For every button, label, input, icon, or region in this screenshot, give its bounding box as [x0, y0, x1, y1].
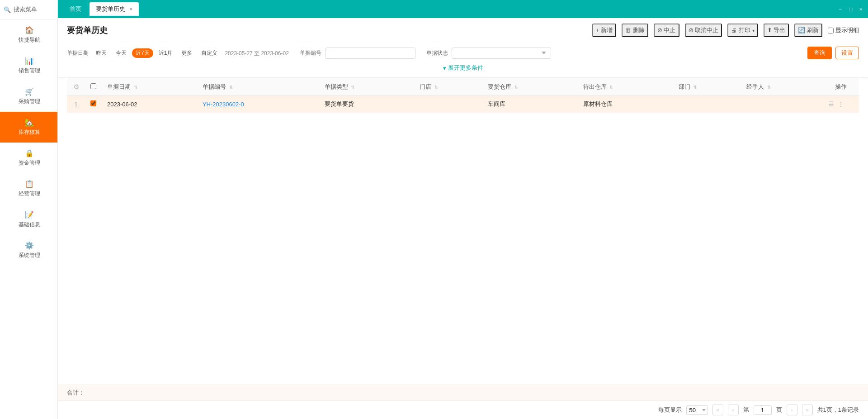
window-close-button[interactable]: × [859, 6, 863, 13]
filter-row-1: 单据日期 昨天 今天 近7天 近1月 更多 自定义 2023-05-27 至 2… [67, 47, 859, 59]
sidebar-item-finance[interactable]: 🔒 资金管理 [0, 143, 57, 173]
cancel-suspend-button[interactable]: ⊘ 取消中止 [685, 24, 722, 37]
new-button[interactable]: + 新增 [592, 24, 616, 37]
pagination: 每页显示 50 10 20 100 « ‹ 第 页 › » 共1页，1条记录 [58, 400, 868, 419]
sidebar-item-label: 系统管理 [19, 252, 40, 259]
topbar-right-actions: － □ × [837, 5, 863, 13]
th-dept[interactable]: 部门 ⇅ [673, 78, 741, 96]
summary-label: 合计： [67, 389, 85, 397]
row-action-icons: ☰ ⋮ [828, 100, 854, 108]
sort-icon-dept: ⇅ [693, 85, 697, 90]
minimize-button[interactable]: － [837, 5, 843, 13]
date-chip-more[interactable]: 更多 [178, 48, 196, 58]
sidebar-item-system[interactable]: ⚙️ 系统管理 [0, 235, 57, 266]
maximize-button[interactable]: □ [849, 6, 853, 13]
sidebar-item-basic[interactable]: 📝 基础信息 [0, 204, 57, 235]
table-footer: 合计： [58, 385, 868, 400]
th-req-warehouse[interactable]: 要货仓库 ⇅ [482, 78, 578, 96]
query-button[interactable]: 查询 [807, 47, 832, 59]
pagination-prev-button[interactable]: ‹ [728, 405, 739, 415]
td-store [414, 96, 482, 113]
sort-icon-doc-no: ⇅ [229, 85, 233, 90]
sidebar-item-label: 采购管理 [19, 98, 40, 105]
th-pending-warehouse[interactable]: 待出仓库 ⇅ [578, 78, 673, 96]
row-more-icon[interactable]: ⋮ [838, 100, 844, 108]
show-detail-checkbox-label[interactable]: 显示明细 [828, 26, 859, 34]
select-all-checkbox[interactable] [90, 83, 96, 89]
search-icon: 🔍 [4, 6, 11, 13]
sidebar-item-sales[interactable]: 📊 销售管理 [0, 50, 57, 81]
suspend-button[interactable]: ⊘ 中止 [654, 24, 679, 37]
th-ops: 操作 [823, 78, 859, 96]
filter-area: 单据日期 昨天 今天 近7天 近1月 更多 自定义 2023-05-27 至 2… [58, 41, 868, 78]
th-checkbox [85, 78, 102, 96]
sidebar-item-quick-nav[interactable]: 🏠 快捷导航 [0, 19, 57, 50]
sort-icon-doc-date: ⇅ [134, 85, 137, 90]
row-edit-icon[interactable]: ☰ [828, 100, 834, 108]
pagination-first-button[interactable]: « [712, 405, 723, 415]
sidebar-item-label: 经营管理 [19, 190, 40, 198]
home-icon: 🏠 [25, 26, 34, 34]
date-chip-7days[interactable]: 近7天 [132, 48, 153, 58]
date-filter-label: 单据日期 [67, 49, 89, 57]
total-info: 共1页，1条记录 [817, 406, 859, 414]
date-chip-yesterday[interactable]: 昨天 [92, 48, 110, 58]
date-chip-custom[interactable]: 自定义 [198, 48, 221, 58]
sort-icon-pending-warehouse: ⇅ [609, 85, 613, 90]
status-select[interactable] [452, 48, 551, 59]
pagination-last-button[interactable]: » [802, 405, 813, 415]
tab-home[interactable]: 首页 [63, 2, 88, 16]
sidebar-item-inventory[interactable]: 🏡 库存核算 [0, 112, 57, 143]
sidebar-search[interactable]: 🔍 搜索菜单 [0, 0, 57, 19]
export-button[interactable]: ⬆ 导出 [764, 24, 789, 37]
th-handler[interactable]: 经手人 ⇅ [741, 78, 823, 96]
td-row-num: 1 [67, 96, 85, 113]
tab-close-icon[interactable]: × [130, 6, 132, 12]
th-doc-date[interactable]: 单据日期 ⇅ [102, 78, 197, 96]
docno-filter-label: 单据编号 [300, 49, 321, 57]
sort-icon-handler: ⇅ [767, 85, 771, 90]
td-doc-date: 2023-06-02 [102, 96, 197, 113]
sidebar-item-operation[interactable]: 📋 经营管理 [0, 173, 57, 204]
row-checkbox[interactable] [90, 100, 96, 106]
docno-input[interactable] [325, 48, 415, 59]
th-store[interactable]: 门店 ⇅ [414, 78, 482, 96]
th-doc-type[interactable]: 单据类型 ⇅ [319, 78, 415, 96]
sidebar-item-label: 快捷导航 [19, 36, 40, 44]
page-header: 要货单历史 + 新增 🗑 删除 ⊘ 中止 ⊘ 取消中止 🖨 打印 ▾ [58, 18, 868, 41]
page-label-prefix: 第 [743, 406, 749, 414]
system-icon: ⚙️ [25, 241, 34, 250]
date-chip-today[interactable]: 今天 [112, 48, 130, 58]
content-area: 要货单历史 + 新增 🗑 删除 ⊘ 中止 ⊘ 取消中止 🖨 打印 ▾ [58, 18, 868, 419]
data-table: ⚙ 单据日期 ⇅ 单据编号 ⇅ [67, 78, 859, 113]
th-doc-no[interactable]: 单据编号 ⇅ [197, 78, 319, 96]
page-number-input[interactable] [754, 405, 772, 415]
topbar: 首页 要货单历史 × － □ × [58, 0, 868, 18]
sidebar-item-purchase[interactable]: 🛒 采购管理 [0, 81, 57, 112]
tab-requisition-history[interactable]: 要货单历史 × [90, 2, 139, 16]
td-doc-no: YH-20230602-0 [197, 96, 319, 113]
doc-no-link[interactable]: YH-20230602-0 [203, 101, 244, 108]
filter-buttons: 查询 设置 [807, 47, 859, 59]
page-size-select[interactable]: 50 10 20 100 [686, 405, 708, 415]
expand-more-button[interactable]: ▾ 展开更多条件 [67, 62, 859, 74]
filter-group-docno: 单据编号 [300, 48, 415, 59]
sidebar-item-label: 销售管理 [19, 67, 40, 75]
print-button[interactable]: 🖨 打印 ▾ [727, 24, 758, 37]
show-detail-checkbox[interactable] [828, 28, 834, 33]
inventory-icon: 🏡 [25, 118, 34, 127]
filter-group-date: 单据日期 昨天 今天 近7天 近1月 更多 自定义 2023-05-27 至 2… [67, 48, 289, 58]
pagination-next-button[interactable]: › [787, 405, 797, 415]
delete-button[interactable]: 🗑 删除 [622, 24, 648, 37]
sidebar: 🔍 搜索菜单 🏠 快捷导航 📊 销售管理 🛒 采购管理 🏡 库存核算 🔒 资金管… [0, 0, 58, 419]
date-chip-1month[interactable]: 近1月 [155, 48, 176, 58]
sidebar-item-label: 资金管理 [19, 159, 40, 167]
settings-button[interactable]: 设置 [835, 47, 859, 59]
sort-icon-doc-type: ⇅ [351, 85, 354, 90]
sidebar-item-label: 基础信息 [19, 221, 40, 229]
purchase-icon: 🛒 [25, 87, 34, 96]
table-header-row: ⚙ 单据日期 ⇅ 单据编号 ⇅ [67, 78, 859, 96]
refresh-button[interactable]: 🔄 刷新 [794, 24, 822, 37]
sidebar-item-label: 库存核算 [19, 129, 40, 136]
table-settings-icon[interactable]: ⚙ [73, 83, 79, 90]
